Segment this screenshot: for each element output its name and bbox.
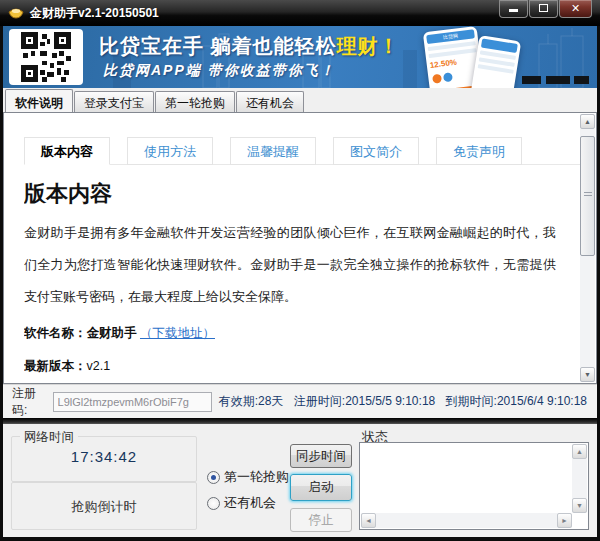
qr-code [9,29,83,85]
status-scroll-right-icon[interactable]: ► [557,513,572,528]
validity-text: 有效期:28天 [219,394,284,408]
maximize-icon [539,4,548,12]
network-time-value: 17:34:42 [12,448,196,465]
network-time-label: 网络时间 [20,429,78,446]
phone-blue-button [443,72,453,82]
inner-tab-version[interactable]: 版本内容 [24,137,110,165]
redacted-block [546,76,570,84]
radio-more-chances[interactable]: 还有机会 [207,494,276,512]
phone-mockup-small [471,35,522,88]
expire-time-text: 到期时间:2015/6/4 9:10:18 [446,394,587,408]
close-button[interactable]: ✕ [559,0,592,18]
tab-first-round[interactable]: 第一轮抢购 [155,91,235,112]
inner-tab-row: 版本内容 使用方法 温馨提醒 图文简介 免责声明 [24,137,580,165]
app-window: 金财助手v2.1-20150501 ✕ [0,0,600,541]
redacted-block [522,76,541,84]
inner-tab-usage[interactable]: 使用方法 [127,137,213,165]
stop-button: 停止 [290,508,352,532]
phone-orange-button [432,74,442,84]
network-time-group: 网络时间 17:34:42 [11,436,197,482]
maximize-button[interactable] [529,0,558,18]
start-button[interactable]: 启动 [290,474,352,501]
redacted-block [574,76,589,84]
control-panel: 网络时间 17:34:42 抢购倒计时 第一轮抢购 还有机会 同步时间 启动 停… [3,424,597,537]
page-title: 版本内容 [24,179,580,209]
tab-login-alipay[interactable]: 登录支付宝 [74,91,154,112]
scrollbar-thumb[interactable] [580,136,595,256]
field-latest-version: 最新版本：v2.1 [24,358,580,375]
main-tab-strip: 软件说明 登录支付宝 第一轮抢购 还有机会 [3,88,597,112]
title-bar[interactable]: 金财助手v2.1-20150501 ✕ [0,0,600,26]
scroll-up-icon[interactable]: ▲ [580,114,595,129]
status-vertical-scrollbar[interactable]: ▲ ▼ [572,444,587,513]
register-time-text: 注册时间:2015/5/5 9:10:18 [294,394,435,408]
inner-tab-disclaimer[interactable]: 免责声明 [436,137,522,165]
content-webview: 版本内容 使用方法 温馨提醒 图文简介 免责声明 版本内容 金财助手是拥有多年金… [3,112,597,384]
field-software-name: 软件名称：金财助手 （下载地址） [24,325,580,342]
app-icon [8,6,24,20]
status-scroll-down-icon[interactable]: ▼ [572,498,587,513]
banner-subline: 比贷网APP端 带你收益带你飞！ [103,62,336,80]
status-horizontal-scrollbar[interactable]: ◄ ► [361,513,572,528]
radio-unselected-icon[interactable] [207,497,220,510]
scroll-down-icon[interactable]: ▼ [580,367,595,382]
registration-info: 有效期:28天 注册时间:2015/5/5 9:10:18 到期时间:2015/… [212,393,587,410]
minimize-button[interactable] [499,0,528,18]
ad-banner[interactable]: 比贷宝在手 躺着也能轻松理财！ 比贷网APP端 带你收益带你飞！ 比贷网 12.… [3,26,597,88]
registration-bar: 注册码: 有效期:28天 注册时间:2015/5/5 9:10:18 到期时间:… [3,384,597,418]
inner-tab-reminder[interactable]: 温馨提醒 [230,137,316,165]
inner-tab-gallery[interactable]: 图文简介 [333,137,419,165]
registration-code-input[interactable] [53,392,212,412]
window-title: 金财助手v2.1-20150501 [30,5,159,22]
close-icon: ✕ [571,2,580,14]
status-scroll-up-icon[interactable]: ▲ [572,444,587,459]
banner-headline: 比贷宝在手 躺着也能轻松理财！ [99,33,400,60]
status-log-area[interactable]: ▲ ▼ ◄ ► [359,442,589,530]
phone-rate-stat: 12.50% [429,55,478,70]
radio-first-round-label: 第一轮抢购 [224,468,289,486]
radio-more-chances-label: 还有机会 [224,494,276,512]
content-scrollbar[interactable]: ▲ ▼ [580,114,595,382]
tab-software-info[interactable]: 软件说明 [5,89,73,112]
status-group: 状态 ▲ ▼ ◄ ► [355,434,589,530]
scrollbar-grip-icon [584,192,592,198]
download-link[interactable]: （下载地址） [140,326,215,340]
client-area: 比贷宝在手 躺着也能轻松理财！ 比贷网APP端 带你收益带你飞！ 比贷网 12.… [3,26,597,537]
intro-paragraph: 金财助手是拥有多年金融软件开发运营经验的团队倾心巨作，在互联网金融崛起的时代，我… [24,217,580,313]
registration-code-label: 注册码: [12,385,47,419]
sync-time-button[interactable]: 同步时间 [290,444,352,468]
countdown-label: 抢购倒计时 [12,483,196,516]
countdown-group: 抢购倒计时 [11,482,197,530]
banner-headline-accent: 理财！ [337,35,400,57]
radio-first-round[interactable]: 第一轮抢购 [207,468,289,486]
radio-selected-icon[interactable] [207,471,220,484]
minimize-icon [509,9,518,12]
tab-more-chances[interactable]: 还有机会 [236,91,304,112]
status-scroll-left-icon[interactable]: ◄ [361,513,376,528]
